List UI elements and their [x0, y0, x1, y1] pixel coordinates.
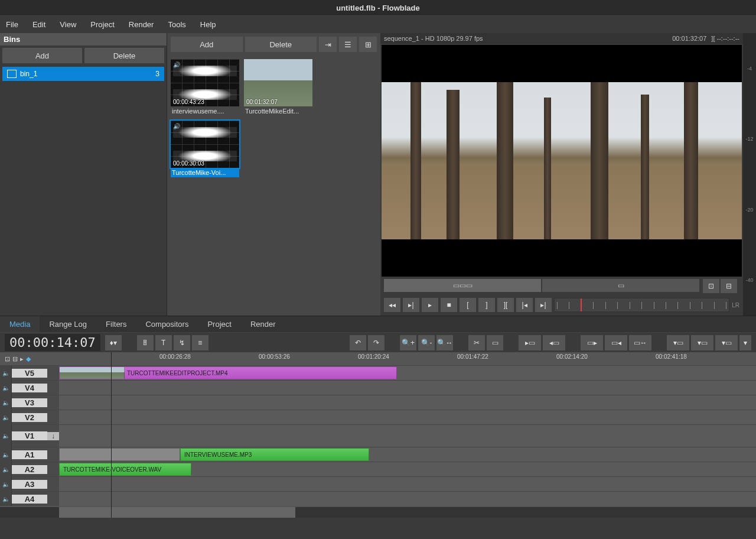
track-label[interactable]: A3: [12, 480, 47, 489]
range-overwrite-button[interactable]: ▭↔: [629, 335, 651, 350]
track-v1: 🔈V1↓: [0, 424, 756, 447]
append-button[interactable]: ▭▸: [581, 335, 603, 350]
clip-audio[interactable]: TURCOTTEMIKE-VOICEOVER.WAV: [59, 463, 191, 476]
track-label[interactable]: A1: [12, 450, 47, 459]
play-button[interactable]: ▸: [422, 298, 438, 312]
media-delete-button[interactable]: Delete: [245, 37, 317, 52]
track-label[interactable]: A4: [12, 495, 47, 504]
goto-start-button[interactable]: |◂: [516, 298, 533, 312]
bin-row[interactable]: bin_1 3: [2, 67, 164, 81]
track-mute-icon[interactable]: 🔈: [0, 366, 12, 380]
timeline-timecode[interactable]: 00:00:14:07: [5, 334, 100, 351]
tab-project[interactable]: Project: [198, 316, 240, 332]
track-mute-icon[interactable]: 🔈: [0, 462, 12, 476]
track-v2: 🔈V2: [0, 410, 756, 424]
zoom-fit-button[interactable]: 🔍↔: [436, 335, 453, 350]
menu-project[interactable]: Project: [90, 20, 114, 29]
media-item[interactable]: 🔊00:00:30:03 TurcotteMike-Voi...: [171, 121, 239, 177]
video-viewer[interactable]: [382, 45, 742, 277]
media-panel: Add Delete ⇥ ☰ ⊞ 🔊00:00:43:23 interviewu…: [167, 33, 380, 316]
splice-button[interactable]: ▭: [487, 335, 503, 350]
tab-range-log[interactable]: Range Log: [40, 316, 96, 332]
tool-mode-dropdown[interactable]: ♦▾: [105, 335, 122, 350]
media-duration: 00:01:32:07: [246, 99, 278, 105]
menu-help[interactable]: Help: [200, 20, 216, 29]
track-mute-icon[interactable]: 🔈: [0, 395, 12, 410]
three-point-button[interactable]: ▭◂: [605, 335, 627, 350]
vu-lr-label: LR: [732, 302, 739, 309]
tab-compositors[interactable]: Compositors: [136, 316, 198, 332]
window-titlebar: untitled.flb - Flowblade: [0, 0, 756, 15]
ruler-marker-icon[interactable]: ◆: [26, 355, 31, 363]
mark-in-button[interactable]: [: [460, 298, 476, 312]
bin-count: 3: [155, 70, 159, 78]
track-mute-icon[interactable]: 🔈: [0, 410, 12, 424]
track-label[interactable]: V3: [12, 398, 47, 407]
sync-icon[interactable]: ↯: [174, 335, 190, 350]
rewind-button[interactable]: ◂◂: [384, 298, 400, 312]
clip-label: INTERVIEWUSEME.MP3: [184, 452, 252, 458]
track-label[interactable]: V4: [12, 384, 47, 392]
monitor-mode-timeline[interactable]: ▭▭▭: [384, 279, 541, 292]
ruler-handle-icon[interactable]: ▸: [20, 355, 24, 363]
play-range-button[interactable]: ▸|: [403, 298, 419, 312]
timeline-ruler[interactable]: 00:00:26:28 00:00:53:26 00:01:20:24 00:0…: [59, 352, 756, 365]
titler-icon[interactable]: T: [155, 335, 172, 350]
track-label[interactable]: A2: [12, 465, 47, 474]
media-view-list-icon[interactable]: ☰: [339, 37, 357, 52]
track-label[interactable]: V2: [12, 413, 47, 422]
cut-button[interactable]: ✂: [468, 335, 485, 350]
mixer-icon[interactable]: 🎚: [137, 335, 154, 350]
timeline-scrollbar[interactable]: [0, 507, 756, 518]
lift-button[interactable]: ▾▭: [667, 335, 689, 350]
track-mute-icon[interactable]: 🔈: [0, 381, 12, 395]
stop-button[interactable]: ■: [441, 298, 457, 312]
track-mute-icon[interactable]: 🔈: [0, 447, 12, 462]
proxy-icon[interactable]: ≡: [192, 335, 208, 350]
overwrite-button[interactable]: ▸▭: [519, 335, 541, 350]
track-expand-icon[interactable]: ↓: [47, 432, 59, 440]
undo-button[interactable]: ↶: [350, 335, 366, 350]
clip-audio[interactable]: INTERVIEWUSEME.MP3: [180, 448, 369, 461]
media-duration: 00:00:30:03: [173, 160, 204, 167]
delete-range-button[interactable]: ▾▭: [715, 335, 738, 350]
monitor-mode-clip[interactable]: ▭: [542, 279, 699, 292]
media-view-grid-icon[interactable]: ⊞: [359, 37, 377, 52]
media-item[interactable]: 00:01:32:07 TurcotteMikeEdit...: [244, 59, 312, 116]
tab-media[interactable]: Media: [0, 316, 40, 332]
mark-out-button[interactable]: ]: [478, 298, 495, 312]
menu-tools[interactable]: Tools: [168, 20, 185, 29]
timeline-mode-icon: ▭▭▭: [453, 281, 472, 290]
bin-delete-button[interactable]: Delete: [84, 48, 164, 63]
ruler-handle-icon[interactable]: ⊟: [12, 355, 18, 363]
bin-add-button[interactable]: Add: [2, 48, 82, 63]
trim-view2-icon[interactable]: ⊟: [721, 279, 737, 293]
media-insert-icon[interactable]: ⇥: [319, 37, 337, 52]
media-item[interactable]: 🔊00:00:43:23 interviewuseme....: [171, 59, 239, 116]
insert-button[interactable]: ◂▭: [543, 335, 565, 350]
zoom-out-button[interactable]: 🔍-: [418, 335, 435, 350]
menu-render[interactable]: Render: [129, 20, 154, 29]
clip-video[interactable]: TURCOTTEMIKEEDITPROJECT.MP4: [59, 366, 397, 379]
clip-blank[interactable]: [59, 448, 180, 461]
menu-edit[interactable]: Edit: [32, 20, 45, 29]
tab-filters[interactable]: Filters: [96, 316, 136, 332]
tab-render[interactable]: Render: [241, 316, 285, 332]
track-mute-icon[interactable]: 🔈: [0, 492, 12, 506]
track-mute-icon[interactable]: 🔈: [0, 425, 12, 447]
clear-marks-button[interactable]: ][: [497, 298, 514, 312]
extract-button[interactable]: ▾▭: [691, 335, 713, 350]
track-label[interactable]: V1: [12, 431, 47, 440]
monitor-scrubber[interactable]: [554, 298, 729, 312]
media-add-button[interactable]: Add: [171, 37, 243, 52]
ruler-handle-icon[interactable]: ⊡: [5, 355, 10, 363]
redo-button[interactable]: ↷: [368, 335, 384, 350]
more-tools-dropdown[interactable]: ▾: [739, 335, 751, 350]
track-mute-icon[interactable]: 🔈: [0, 477, 12, 491]
zoom-in-button[interactable]: 🔍+: [400, 335, 416, 350]
goto-end-button[interactable]: ▸|: [535, 298, 552, 312]
menu-file[interactable]: File: [6, 20, 18, 29]
trim-view-icon[interactable]: ⊡: [703, 279, 719, 293]
menu-view[interactable]: View: [60, 20, 76, 29]
track-label[interactable]: V5: [12, 369, 47, 378]
